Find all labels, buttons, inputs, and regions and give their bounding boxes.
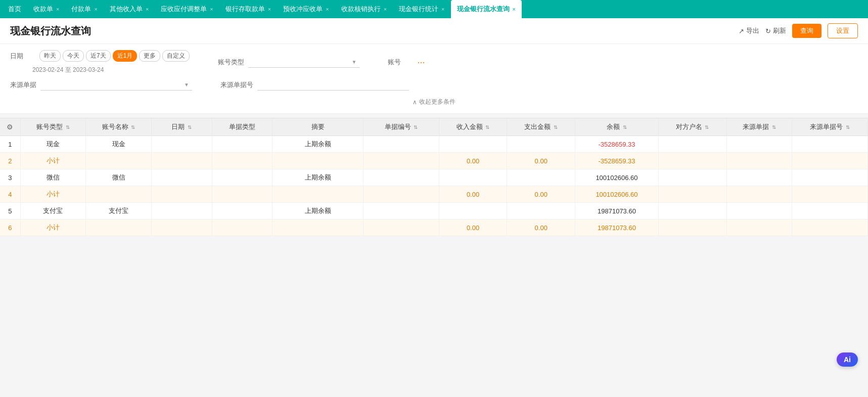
cell-account-type: 小计 bbox=[20, 186, 86, 203]
th-date[interactable]: 日期 ⇅ bbox=[151, 118, 212, 136]
cell-source-doc bbox=[726, 136, 792, 153]
close-other-income-icon[interactable]: × bbox=[146, 6, 149, 12]
refresh-button[interactable]: ↻ 刷新 bbox=[765, 26, 786, 35]
th-summary: 摘要 bbox=[272, 118, 363, 136]
filter-row-1: 日期 昨天 今天 近7天 近1月 更多 自定义 2023-02-24 至 202… bbox=[10, 50, 858, 74]
cell-balance: 19871073.60 bbox=[575, 219, 659, 236]
cell-doc-no bbox=[363, 153, 439, 169]
nav-bank-stats[interactable]: 现金银行统计 × bbox=[393, 0, 450, 18]
sort-source-icon: ⇅ bbox=[772, 124, 776, 130]
th-doc-no[interactable]: 单据编号 ⇅ bbox=[363, 118, 439, 136]
cell-doc-no bbox=[363, 203, 439, 219]
cell-doc-type bbox=[212, 203, 272, 219]
cell-doc-no bbox=[363, 169, 439, 186]
close-adjustment-icon[interactable]: × bbox=[210, 6, 213, 12]
cell-source-doc-no bbox=[792, 153, 868, 169]
date-btn-today[interactable]: 今天 bbox=[63, 50, 84, 62]
cell-date bbox=[151, 186, 212, 203]
close-payment-icon[interactable]: × bbox=[94, 6, 97, 12]
cell-source-doc-no bbox=[792, 219, 868, 236]
date-btn-1month[interactable]: 近1月 bbox=[113, 50, 138, 62]
cell-expense bbox=[507, 169, 575, 186]
cell-source-doc-no bbox=[792, 186, 868, 203]
close-advance-icon[interactable]: × bbox=[326, 6, 329, 12]
collapse-bar[interactable]: ∧ 收起更多条件 bbox=[10, 96, 858, 108]
query-button[interactable]: 查询 bbox=[792, 24, 821, 38]
cell-doc-no bbox=[363, 219, 439, 236]
nav-bank-flow[interactable]: 现金银行流水查询 × bbox=[451, 0, 522, 18]
nav-home[interactable]: 首页 bbox=[2, 0, 27, 18]
cell-income: 0.00 bbox=[439, 186, 507, 203]
nav-bank-deposit[interactable]: 银行存取款单 × bbox=[219, 0, 277, 18]
date-filter-label: 日期 bbox=[10, 52, 35, 61]
source-doc-arrow-icon: ▼ bbox=[184, 82, 189, 87]
sort-account-name-icon: ⇅ bbox=[131, 124, 135, 130]
table-row[interactable]: 6 小计 0.00 0.00 19871073.60 bbox=[0, 219, 868, 236]
cell-source-doc bbox=[726, 203, 792, 219]
nav-writeoff[interactable]: 收款核销执行 × bbox=[335, 0, 393, 18]
collapse-arrow-icon: ∧ bbox=[413, 99, 417, 106]
th-source[interactable]: 来源单据 ⇅ bbox=[726, 118, 792, 136]
cell-counterparty bbox=[658, 153, 726, 169]
source-doc-select[interactable]: ▼ bbox=[40, 79, 192, 91]
cell-source-doc bbox=[726, 169, 792, 186]
close-receipt-icon[interactable]: × bbox=[56, 6, 59, 12]
date-btn-custom[interactable]: 自定义 bbox=[162, 50, 190, 62]
header-actions: ↗ 导出 ↻ 刷新 查询 设置 bbox=[739, 23, 858, 38]
cell-balance: -3528659.33 bbox=[575, 136, 659, 153]
th-account-type[interactable]: 账号类型 ⇅ bbox=[20, 118, 86, 136]
account-dots-button[interactable]: ··· bbox=[417, 58, 425, 67]
cell-counterparty bbox=[658, 219, 726, 236]
th-source-no[interactable]: 来源单据号 ⇅ bbox=[792, 118, 868, 136]
date-btn-more[interactable]: 更多 bbox=[139, 50, 160, 62]
filter-row-2: 来源单据 ▼ 来源单据号 bbox=[10, 79, 858, 91]
cell-account-type: 小计 bbox=[20, 153, 86, 169]
th-income[interactable]: 收入金额 ⇅ bbox=[439, 118, 507, 136]
close-writeoff-icon[interactable]: × bbox=[384, 6, 387, 12]
nav-payment[interactable]: 付款单 × bbox=[65, 0, 103, 18]
table-row[interactable]: 1 现金 现金 上期余额 -3528659.33 bbox=[0, 136, 868, 153]
filter-area: 日期 昨天 今天 近7天 近1月 更多 自定义 2023-02-24 至 202… bbox=[0, 44, 868, 114]
nav-advance[interactable]: 预收冲应收单 × bbox=[277, 0, 335, 18]
nav-other-income[interactable]: 其他收入单 × bbox=[104, 0, 155, 18]
sort-account-type-icon: ⇅ bbox=[66, 124, 70, 130]
cell-summary bbox=[272, 219, 363, 236]
sort-source-no-icon: ⇅ bbox=[846, 124, 850, 130]
cell-account-name bbox=[86, 153, 152, 169]
nav-receipt[interactable]: 收款单 × bbox=[27, 0, 65, 18]
cell-income bbox=[439, 203, 507, 219]
source-doc-value bbox=[43, 81, 45, 89]
cell-counterparty bbox=[658, 136, 726, 153]
table-row[interactable]: 4 小计 0.00 0.00 100102606.60 bbox=[0, 186, 868, 203]
th-account-name[interactable]: 账号名称 ⇅ bbox=[86, 118, 152, 136]
cell-summary bbox=[272, 186, 363, 203]
gear-icon[interactable]: ⚙ bbox=[7, 123, 13, 131]
close-bank-flow-icon[interactable]: × bbox=[513, 6, 516, 12]
settings-button[interactable]: 设置 bbox=[828, 23, 858, 38]
th-counterparty[interactable]: 对方户名 ⇅ bbox=[658, 118, 726, 136]
date-btn-yesterday[interactable]: 昨天 bbox=[39, 50, 61, 62]
th-balance[interactable]: 余额 ⇅ bbox=[575, 118, 659, 136]
cell-source-doc-no bbox=[792, 169, 868, 186]
cell-expense bbox=[507, 136, 575, 153]
cell-doc-type bbox=[212, 136, 272, 153]
close-bank-deposit-icon[interactable]: × bbox=[268, 6, 271, 12]
cell-counterparty bbox=[658, 169, 726, 186]
cell-account-name: 支付宝 bbox=[86, 203, 152, 219]
cell-account-type: 微信 bbox=[20, 169, 86, 186]
cell-source-doc-no bbox=[792, 203, 868, 219]
nav-adjustment[interactable]: 应收应付调整单 × bbox=[155, 0, 219, 18]
th-expense[interactable]: 支出金额 ⇅ bbox=[507, 118, 575, 136]
cell-doc-type bbox=[212, 186, 272, 203]
source-doc-no-input[interactable] bbox=[257, 79, 409, 91]
table-row[interactable]: 3 微信 微信 上期余额 100102606.60 bbox=[0, 169, 868, 186]
cell-date bbox=[151, 169, 212, 186]
date-btn-7days[interactable]: 近7天 bbox=[86, 50, 111, 62]
table-row[interactable]: 5 支付宝 支付宝 上期余额 19871073.60 bbox=[0, 203, 868, 219]
cell-num: 4 bbox=[0, 186, 20, 203]
th-gear[interactable]: ⚙ bbox=[0, 118, 20, 136]
table-row[interactable]: 2 小计 0.00 0.00 -3528659.33 bbox=[0, 153, 868, 169]
export-button[interactable]: ↗ 导出 bbox=[739, 26, 759, 35]
close-bank-stats-icon[interactable]: × bbox=[441, 6, 444, 12]
account-type-select[interactable]: ▼ bbox=[248, 57, 359, 68]
